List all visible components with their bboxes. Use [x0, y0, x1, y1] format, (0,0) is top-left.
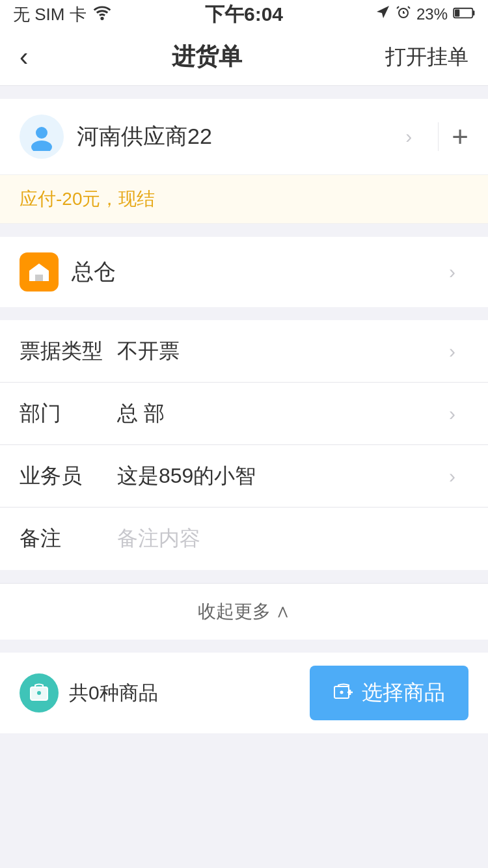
notes-label: 备注 [20, 524, 104, 553]
product-count-area: 共0种商品 [20, 673, 158, 712]
back-button[interactable]: ‹ [20, 42, 28, 72]
department-value: 总 部 [104, 400, 449, 428]
supplier-avatar [20, 115, 64, 159]
department-label: 部门 [20, 400, 104, 428]
invoice-type-row[interactable]: 票据类型 不开票 › [0, 320, 488, 383]
salesperson-row[interactable]: 业务员 这是859的小智 › [0, 445, 488, 508]
status-time: 下午6:04 [205, 1, 283, 28]
alarm-icon [396, 5, 411, 24]
svg-rect-5 [455, 10, 459, 17]
open-pending-button[interactable]: 打开挂单 [385, 43, 468, 72]
status-bar: 无 SIM 卡 下午6:04 23% [0, 0, 488, 29]
notice-text: 应付-20元，现结 [20, 189, 155, 209]
battery-icon [453, 5, 475, 23]
svg-point-7 [31, 141, 52, 151]
invoice-chevron-icon: › [449, 340, 455, 362]
wifi-icon [93, 3, 111, 26]
svg-point-6 [36, 127, 47, 139]
svg-rect-4 [472, 10, 474, 15]
select-product-button[interactable]: 选择商品 [310, 666, 468, 720]
form-section: 票据类型 不开票 › 部门 总 部 › 业务员 这是859的小智 › 备注 备注… [0, 320, 488, 570]
status-left: 无 SIM 卡 [13, 3, 111, 26]
select-product-label: 选择商品 [362, 679, 445, 707]
warehouse-icon [20, 252, 59, 292]
invoice-type-label: 票据类型 [20, 337, 104, 366]
salesperson-value: 这是859的小智 [104, 462, 449, 491]
warehouse-name: 总仓 [72, 257, 449, 287]
invoice-type-value: 不开票 [104, 337, 449, 366]
vertical-divider [438, 122, 439, 151]
product-icon [20, 673, 59, 712]
svg-point-11 [37, 691, 41, 695]
carrier-label: 无 SIM 卡 [13, 3, 87, 26]
svg-point-0 [102, 18, 103, 19]
svg-rect-8 [35, 275, 43, 281]
collapse-label[interactable]: 收起更多 ∧ [198, 599, 291, 624]
status-right: 23% [375, 5, 475, 24]
nav-bar: ‹ 进货单 打开挂单 [0, 29, 488, 86]
salesperson-label: 业务员 [20, 462, 104, 491]
section-gap-2 [0, 224, 488, 237]
department-row[interactable]: 部门 总 部 › [0, 383, 488, 445]
notes-input[interactable]: 备注内容 [104, 524, 468, 553]
bottom-bar: 共0种商品 选择商品 [0, 653, 488, 733]
supplier-chevron-icon: › [405, 126, 412, 148]
battery-label: 23% [416, 5, 448, 23]
supplier-section: 河南供应商22 › + 应付-20元，现结 [0, 99, 488, 224]
department-chevron-icon: › [449, 403, 455, 425]
product-count-label: 共0种商品 [69, 680, 158, 707]
warehouse-chevron-icon: › [449, 261, 455, 283]
svg-marker-1 [377, 6, 389, 18]
page-title: 进货单 [172, 41, 242, 73]
location-icon [375, 5, 390, 24]
supplier-name: 河南供应商22 [77, 122, 405, 152]
supplier-row[interactable]: 河南供应商22 › + [0, 99, 488, 175]
notice-banner: 应付-20元，现结 [0, 175, 488, 224]
rest-background [0, 733, 488, 868]
section-gap-1 [0, 86, 488, 99]
svg-point-13 [340, 691, 344, 694]
warehouse-section[interactable]: 总仓 › [0, 237, 488, 307]
salesperson-chevron-icon: › [449, 465, 455, 487]
notes-row[interactable]: 备注 备注内容 [0, 508, 488, 570]
warehouse-row[interactable]: 总仓 › [0, 237, 488, 307]
add-supplier-button[interactable]: + [452, 120, 468, 153]
collapse-row[interactable]: 收起更多 ∧ [0, 583, 488, 640]
